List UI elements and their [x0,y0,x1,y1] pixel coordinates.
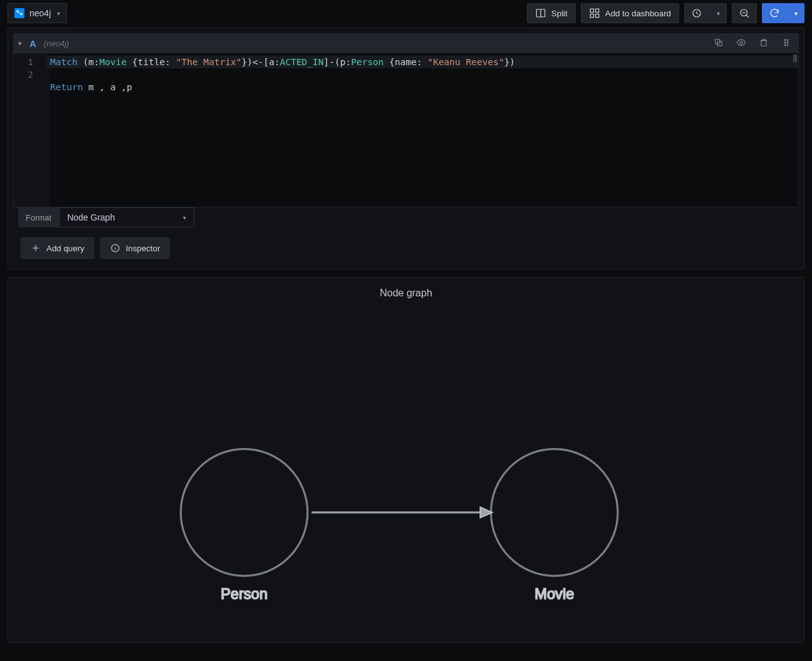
format-value: Node Graph [67,212,115,222]
node-label-person: Person [221,586,268,602]
neo4j-icon [14,8,24,18]
code-token: Return [50,82,83,92]
add-query-button[interactable]: Add query [21,237,94,259]
inspector-button[interactable]: Inspector [100,237,170,259]
code-token: })<-[a: [242,57,280,67]
zoom-out-button[interactable] [732,3,757,23]
panel-split-icon [535,8,546,19]
svg-rect-7 [590,14,593,18]
svg-point-22 [787,44,788,46]
eye-icon[interactable] [734,38,749,49]
svg-point-20 [787,42,788,43]
format-label: Format [18,207,59,227]
gutter-line: 2 [14,68,33,81]
chevron-down-icon: ▾ [717,10,720,17]
svg-line-11 [746,15,749,18]
query-db-hint: (neo4j) [44,39,69,48]
svg-rect-6 [595,9,598,12]
svg-point-18 [787,39,788,41]
format-select[interactable]: Node Graph ▾ [59,207,194,227]
inspector-label: Inspector [126,244,160,253]
svg-rect-16 [761,40,766,46]
svg-point-27 [115,246,115,247]
visualization-panel: Node graph Person Movie [8,277,804,643]
code-token: }) [504,57,515,67]
datasource-picker[interactable]: neo4j ▾ [8,3,67,23]
code-token: Match [50,57,78,67]
add-dashboard-label: Add to dashboard [605,9,671,18]
code-token: m , a ,p [83,82,132,92]
code-token: Movie [100,57,127,67]
clock-icon [691,8,702,19]
svg-line-2 [18,12,21,13]
svg-rect-5 [590,9,593,12]
svg-point-21 [784,44,786,46]
refresh-group: ▾ [762,3,804,23]
query-letter: A [29,38,36,49]
node-label-movie: Movie [534,586,574,602]
plus-icon [30,242,41,254]
copy-icon[interactable] [711,38,726,49]
drag-handle-icon[interactable] [779,38,794,49]
svg-point-15 [740,41,742,44]
time-range-group: ▾ [684,3,727,23]
graph-node-person[interactable] [181,449,308,576]
query-editor-panel: ▾ A (neo4j) 1 2 Match (m:Movie {title: "… [8,28,804,269]
svg-point-17 [784,39,786,41]
add-to-dashboard-button[interactable]: Add to dashboard [581,3,679,23]
graph-node-movie[interactable] [491,449,618,576]
refresh-interval-chevron[interactable]: ▾ [787,3,804,23]
code-token: (m: [78,57,100,67]
time-range-button[interactable] [684,3,709,23]
chevron-down-icon: ▾ [794,10,798,17]
code-lines: Match (m:Movie {title: "The Matrix"})<-[… [50,53,798,207]
cypher-editor[interactable]: 1 2 Match (m:Movie {title: "The Matrix"}… [13,53,799,207]
trash-icon[interactable] [756,38,771,49]
info-icon [110,242,121,254]
minimap-indicator [793,55,797,62]
zoom-out-icon [739,8,750,19]
code-token: "Keanu Reeves" [427,57,504,67]
top-toolbar: neo4j ▾ Split Add to dashboard ▾ [0,0,812,26]
datasource-name: neo4j [29,8,51,18]
code-token: ]-(p: [324,57,351,67]
code-token: Person [351,57,383,67]
code-token: ACTED_IN [280,57,324,67]
split-label: Split [551,9,568,18]
chevron-down-icon: ▾ [183,214,186,221]
line-gutter: 1 2 [14,53,50,207]
gutter-line: 1 [14,56,33,68]
format-row: Format Node Graph ▾ [13,207,799,227]
split-button[interactable]: Split [527,3,576,23]
dashboard-icon [589,8,600,19]
query-actions: Add query Inspector [8,227,804,259]
chevron-down-icon: ▾ [57,10,60,17]
refresh-icon [769,8,780,19]
collapse-toggle[interactable]: ▾ [18,39,22,48]
svg-rect-8 [595,14,598,18]
node-graph-canvas[interactable]: Person Movie [8,310,804,661]
code-token: "The Matrix" [176,57,242,67]
query-row-header: ▾ A (neo4j) [13,33,799,53]
panel-title: Node graph [8,278,804,299]
refresh-button[interactable] [762,3,787,23]
code-token: {title: [127,57,176,67]
svg-point-19 [784,42,786,43]
code-token: {name: [384,57,428,67]
time-range-chevron[interactable]: ▾ [709,3,727,23]
add-query-label: Add query [46,244,85,253]
